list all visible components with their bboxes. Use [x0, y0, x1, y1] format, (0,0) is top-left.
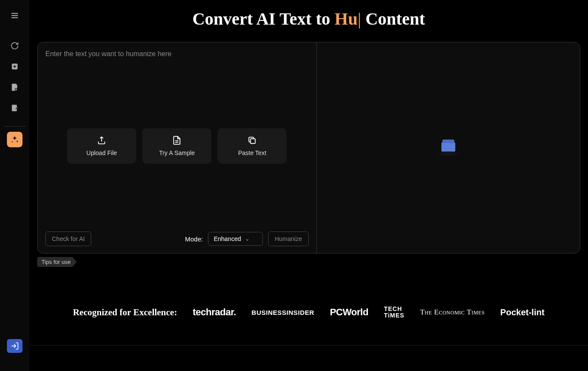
- humanize-button[interactable]: Humanize: [268, 231, 308, 246]
- sidebar-divider: [3, 126, 26, 127]
- empty-inbox-icon: [435, 139, 461, 157]
- brand-business-insider: BUSINESS INSIDER: [252, 309, 314, 316]
- title-suffix: Content: [361, 9, 425, 29]
- sidebar-bottom: [7, 339, 22, 358]
- brand-tech-times: TECH TiMES: [384, 306, 405, 319]
- editor-output-panel: [317, 42, 580, 253]
- mode-label: Mode:: [185, 235, 203, 243]
- tips-tag-container: Tips for use: [37, 257, 588, 267]
- bottom-divider: [29, 345, 588, 346]
- title-highlight: Hu: [335, 9, 358, 29]
- login-icon[interactable]: [7, 339, 22, 353]
- empty-state: [435, 139, 461, 157]
- main-content: Convert AI Text to Hu| Content Upload Fi…: [29, 0, 588, 371]
- svg-line-7: [17, 90, 18, 91]
- mode-select[interactable]: Enhanced ⌄: [208, 232, 263, 246]
- upload-label: Upload File: [86, 149, 117, 156]
- svg-rect-12: [251, 139, 256, 143]
- editor-container: Upload File Try A Sample Paste Text Chec…: [37, 42, 580, 254]
- document-icon: [172, 136, 182, 145]
- humanize-input[interactable]: [45, 50, 309, 66]
- search-doc-icon[interactable]: [7, 79, 22, 95]
- paste-text-button[interactable]: Paste Text: [217, 128, 287, 164]
- sparkle-icon[interactable]: [7, 132, 22, 147]
- brand-economic-times: The Economic Times: [420, 308, 485, 317]
- title-prefix: Convert AI Text to: [192, 9, 335, 29]
- brand-pocket-lint: Pocket-lint: [500, 308, 544, 317]
- action-cards: Upload File Try A Sample Paste Text: [67, 128, 287, 164]
- brand-techradar: techradar.: [193, 307, 236, 318]
- editor-footer: Check for AI Mode: Enhanced ⌄ Humanize: [45, 231, 309, 246]
- upload-icon: [97, 136, 106, 145]
- tips-for-use-button[interactable]: Tips for use: [37, 257, 77, 267]
- upload-file-button[interactable]: Upload File: [67, 128, 136, 164]
- page-title: Convert AI Text to Hu| Content: [29, 9, 588, 29]
- sidebar: [0, 0, 29, 371]
- try-sample-button[interactable]: Try A Sample: [142, 128, 211, 164]
- brand-pcworld: PCWorld: [330, 307, 368, 318]
- paste-label: Paste Text: [238, 149, 266, 156]
- chevron-down-icon: ⌄: [245, 236, 249, 242]
- editor-input-panel: Upload File Try A Sample Paste Text Chec…: [38, 42, 317, 253]
- check-ai-button[interactable]: Check for AI: [45, 231, 91, 246]
- recognition-row: Recognized for Excellence: techradar. BU…: [29, 306, 588, 319]
- sample-label: Try A Sample: [159, 149, 195, 156]
- footer-right: Mode: Enhanced ⌄ Humanize: [185, 231, 309, 246]
- paste-icon: [247, 136, 257, 145]
- mode-value: Enhanced: [214, 235, 241, 242]
- plus-icon[interactable]: [7, 59, 22, 74]
- edit-doc-icon[interactable]: [7, 100, 22, 116]
- refresh-icon[interactable]: [7, 38, 22, 54]
- menu-icon[interactable]: [7, 8, 22, 23]
- recognition-title: Recognized for Excellence:: [73, 307, 177, 318]
